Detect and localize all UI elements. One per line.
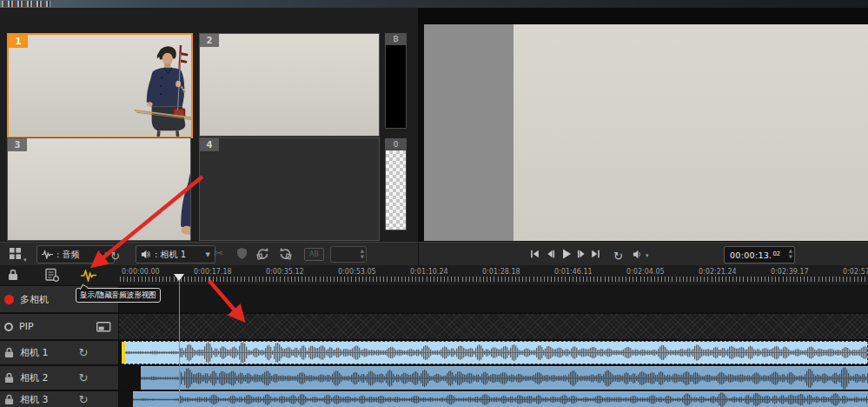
ruler-tick-label: 0:00:53.05 xyxy=(338,268,376,276)
multicam-grid-panel: 1 2 3 4 B 0 xyxy=(0,8,419,242)
track-header-camera1[interactable]: 相机 1 ↻ xyxy=(0,341,118,364)
track-header-pip[interactable]: PIP xyxy=(0,314,118,339)
speaker-icon xyxy=(141,250,151,259)
waveform-camera1 xyxy=(123,342,867,364)
rotate-left-icon xyxy=(255,247,270,260)
ruler-tick-label: 0:02:57. xyxy=(843,268,868,276)
audio-waveform-icon xyxy=(42,250,53,259)
clip-camera3[interactable] xyxy=(133,391,868,407)
camera-preview-4[interactable]: 4 xyxy=(199,137,380,241)
camera-1-video xyxy=(9,35,191,137)
pip-icon[interactable] xyxy=(96,322,111,332)
ruler-tick-label: 0:00:17.18 xyxy=(194,268,232,276)
waveform-button-tooltip: 显示/隐藏音频波形视图 xyxy=(76,288,161,303)
camera-2-video xyxy=(200,34,379,136)
playhead-line[interactable] xyxy=(179,276,180,407)
waveform-camera2 xyxy=(141,367,868,390)
lock-icon[interactable] xyxy=(4,394,14,405)
audio-camera-label: : 相机 1 xyxy=(155,249,186,261)
tooltip-text: 显示/隐藏音频波形视图 xyxy=(80,290,156,301)
preview-video xyxy=(424,24,868,241)
play-icon xyxy=(560,248,573,260)
protect-button[interactable] xyxy=(237,248,247,259)
track-label: 相机 2 xyxy=(20,371,49,384)
go-to-end-button[interactable] xyxy=(590,249,601,259)
next-frame-button[interactable] xyxy=(576,249,587,259)
transition-ab-button[interactable]: AB xyxy=(304,248,324,261)
track-header-camera2[interactable]: 相机 2 ↻ xyxy=(0,366,118,390)
playhead-marker[interactable] xyxy=(174,274,184,281)
rotate-right-transition-button[interactable] xyxy=(278,247,293,260)
grid-icon xyxy=(9,247,22,260)
timecode-spinner-icon[interactable]: ▲▼ xyxy=(789,248,792,260)
ruler-tick-label: 0:02:21.24 xyxy=(699,268,737,276)
audio-source-label: : 音频 xyxy=(56,249,80,261)
ruler-tick-label: 0:01:10.24 xyxy=(410,268,448,276)
transition-duration-spinner[interactable]: ▲▼ xyxy=(330,246,367,263)
track-header-camera3[interactable]: 相机 3 ↻ xyxy=(0,391,118,407)
camera-preview-1[interactable]: 1 xyxy=(7,33,193,138)
window-title-text xyxy=(2,1,50,7)
source-black-swatch[interactable] xyxy=(385,44,407,129)
preview-background-band xyxy=(424,24,514,241)
volume-button[interactable] xyxy=(633,250,643,259)
track-content-pip[interactable] xyxy=(119,314,868,339)
lock-icon[interactable] xyxy=(4,347,14,358)
timeline-ruler[interactable]: 0:00:00.00 0:00:17.18 0:00:35.12 0:00:53… xyxy=(119,265,868,285)
previous-frame-button[interactable] xyxy=(545,249,556,259)
audio-camera-dropdown[interactable]: : 相机 1 ▼ xyxy=(136,245,215,264)
ruler-tick-marks xyxy=(120,277,867,282)
timecode-display[interactable]: 00:00:13. 02 ▲▼ xyxy=(724,246,795,264)
layout-grid-caret-icon[interactable]: ▾ xyxy=(23,257,27,264)
sync-icon[interactable]: ↻ xyxy=(79,347,89,358)
lock-icon[interactable] xyxy=(4,372,14,384)
waveform-camera3 xyxy=(133,392,868,407)
track-label: 相机 3 xyxy=(20,393,49,406)
toggle-waveform-button[interactable] xyxy=(81,270,96,282)
layout-grid-button[interactable] xyxy=(9,247,22,260)
camera-2-number-badge: 2 xyxy=(200,34,219,47)
volume-caret-icon[interactable]: ▾ xyxy=(646,253,649,259)
play-button[interactable] xyxy=(560,248,573,260)
ruler-tick-label: 0:01:28.18 xyxy=(482,268,520,276)
sync-icon[interactable]: ↻ xyxy=(79,394,89,405)
clip-trim-marker[interactable] xyxy=(122,342,125,364)
rotate-right-icon xyxy=(278,247,293,260)
shield-icon xyxy=(237,248,247,259)
timecode-value: 00:00:13. xyxy=(730,250,772,260)
go-to-start-button[interactable] xyxy=(529,249,540,259)
lock-icon xyxy=(8,269,18,281)
timecode-frames: 02 xyxy=(772,250,780,257)
camera-3-number-badge: 3 xyxy=(8,138,27,151)
ruler-tick-label: 0:02:04.05 xyxy=(626,268,665,276)
ruler-tick-label: 0:02:39.17 xyxy=(771,268,809,276)
track-content-multicam[interactable] xyxy=(119,286,868,312)
edit-list-icon xyxy=(45,268,59,282)
pip-ring-icon[interactable] xyxy=(4,323,13,331)
camera-preview-2[interactable]: 2 xyxy=(199,33,380,137)
clip-camera1-selected[interactable] xyxy=(122,341,868,364)
loop-icon: ↻ xyxy=(613,250,623,263)
source-black-label: B xyxy=(385,33,407,44)
track-label: PIP xyxy=(19,321,34,332)
ruler-tick-label: 0:01:46.11 xyxy=(554,268,593,276)
transition-ab-label: AB xyxy=(309,250,319,258)
split-clip-button[interactable]: ✂ xyxy=(214,246,224,260)
step-forward-icon xyxy=(576,249,587,259)
audio-source-dropdown[interactable]: : 音频 ▼ xyxy=(36,245,115,264)
sync-button[interactable]: ↻ xyxy=(110,250,120,262)
step-back-icon xyxy=(545,249,556,259)
ruler-tick-label: 0:00:00.00 xyxy=(122,268,160,276)
spinner-arrows-icon[interactable]: ▲▼ xyxy=(361,248,364,260)
rotate-left-transition-button[interactable] xyxy=(255,247,270,260)
sync-icon: ↻ xyxy=(110,250,120,263)
lock-tracks-button[interactable] xyxy=(8,269,18,281)
source-transparent-swatch[interactable] xyxy=(385,150,407,230)
edit-list-button[interactable] xyxy=(45,268,59,282)
loop-playback-button[interactable]: ↻ xyxy=(613,250,623,262)
camera-preview-3[interactable]: 3 xyxy=(7,137,191,241)
clip-camera2[interactable] xyxy=(141,366,868,390)
record-dot-icon[interactable] xyxy=(4,295,14,304)
skip-start-icon xyxy=(529,249,540,259)
sync-icon[interactable]: ↻ xyxy=(79,372,89,384)
